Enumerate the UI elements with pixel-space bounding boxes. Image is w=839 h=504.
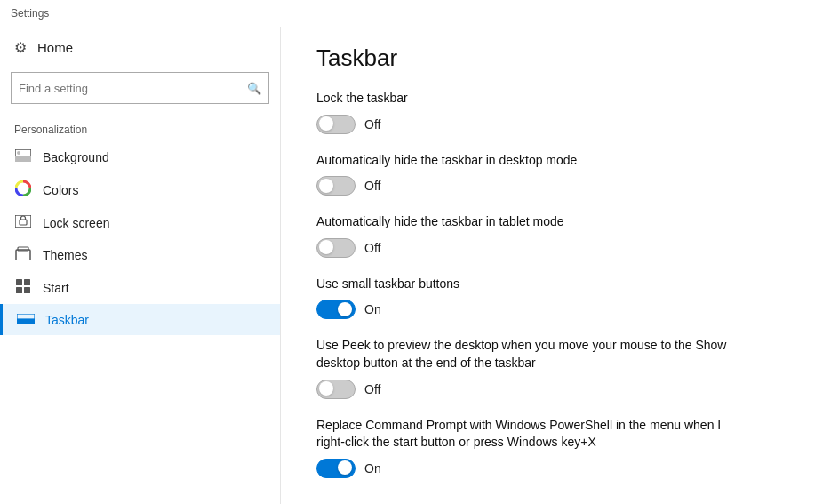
toggle-small-buttons[interactable] [316, 300, 356, 319]
background-icon [14, 149, 32, 164]
toggle-hide-tablet[interactable] [316, 238, 356, 258]
colors-icon [14, 180, 32, 199]
home-label: Home [37, 40, 73, 55]
setting-label-small-buttons: Use small taskbar buttons [316, 276, 743, 293]
svg-rect-6 [16, 250, 30, 260]
sidebar-background-label: Background [43, 150, 109, 164]
svg-rect-10 [16, 287, 22, 293]
start-icon [14, 279, 32, 296]
toggle-knob-peek-preview [319, 381, 333, 396]
toggle-status-powershell: On [364, 461, 381, 476]
svg-rect-1 [15, 156, 31, 162]
setting-small-buttons: Use small taskbar buttons On [316, 276, 803, 320]
toggle-knob-hide-tablet [319, 240, 333, 254]
sidebar-item-taskbar[interactable]: Taskbar [0, 304, 280, 335]
personalization-label: Personalization [0, 111, 280, 141]
setting-hide-tablet: Automatically hide the taskbar in tablet… [316, 213, 803, 258]
page-title: Taskbar [316, 44, 803, 72]
svg-rect-13 [17, 314, 35, 319]
toggle-hide-desktop[interactable] [316, 176, 356, 196]
sidebar: ⚙ Home 🔍 Personalization Background Colo… [0, 27, 281, 504]
sidebar-themes-label: Themes [43, 248, 88, 262]
title-bar: Settings [0, 0, 839, 27]
setting-label-lock-taskbar: Lock the taskbar [316, 90, 743, 108]
toggle-powershell[interactable] [316, 459, 356, 478]
toggle-row-small-buttons: On [316, 300, 803, 319]
toggle-lock-taskbar[interactable] [316, 115, 356, 134]
toggle-knob-small-buttons [338, 302, 352, 316]
svg-rect-4 [15, 215, 31, 228]
setting-peek-preview: Use Peek to preview the desktop when you… [316, 337, 803, 398]
sidebar-item-lock-screen[interactable]: Lock screen [0, 207, 280, 238]
search-icon: 🔍 [247, 82, 261, 95]
setting-powershell: Replace Command Prompt with Windows Powe… [316, 417, 803, 478]
svg-rect-12 [17, 319, 35, 324]
setting-label-hide-desktop: Automatically hide the taskbar in deskto… [316, 152, 743, 170]
sidebar-item-background[interactable]: Background [0, 141, 280, 172]
app-title: Settings [11, 7, 49, 20]
sidebar-item-themes[interactable]: Themes [0, 238, 280, 271]
toggle-knob-powershell [338, 460, 352, 475]
themes-icon [14, 246, 32, 263]
setting-hide-desktop: Automatically hide the taskbar in deskto… [316, 152, 803, 196]
toggle-row-lock-taskbar: Off [316, 115, 803, 134]
toggle-status-peek-preview: Off [364, 382, 380, 396]
search-input[interactable] [19, 82, 247, 95]
sidebar-item-start[interactable]: Start [0, 271, 280, 304]
home-icon: ⚙ [14, 39, 27, 56]
toggle-row-hide-tablet: Off [316, 238, 803, 258]
toggle-row-peek-preview: Off [316, 380, 803, 399]
sidebar-colors-label: Colors [43, 183, 78, 197]
toggle-row-powershell: On [316, 459, 803, 478]
setting-label-peek-preview: Use Peek to preview the desktop when you… [316, 337, 743, 372]
sidebar-start-label: Start [43, 281, 69, 295]
sidebar-item-colors[interactable]: Colors [0, 172, 280, 207]
svg-rect-9 [24, 279, 30, 285]
svg-rect-5 [20, 220, 27, 225]
toggle-knob-hide-desktop [319, 179, 333, 193]
toggle-knob-lock-taskbar [319, 116, 333, 131]
toggle-peek-preview[interactable] [316, 380, 356, 399]
sidebar-taskbar-label: Taskbar [45, 313, 89, 327]
lock-screen-icon [14, 215, 32, 230]
setting-lock-taskbar: Lock the taskbar Off [316, 90, 803, 134]
svg-rect-8 [16, 279, 22, 285]
setting-label-powershell: Replace Command Prompt with Windows Powe… [316, 417, 743, 452]
taskbar-icon [17, 312, 35, 327]
toggle-status-lock-taskbar: Off [364, 117, 380, 132]
svg-rect-11 [24, 287, 30, 293]
search-box: 🔍 [11, 72, 269, 104]
toggle-status-hide-tablet: Off [364, 241, 380, 255]
content-area: Taskbar Lock the taskbar Off Automatical… [281, 27, 839, 504]
toggle-row-hide-desktop: Off [316, 176, 803, 196]
setting-label-hide-tablet: Automatically hide the taskbar in tablet… [316, 213, 743, 231]
svg-point-2 [17, 151, 20, 155]
sidebar-item-home[interactable]: ⚙ Home [0, 30, 280, 65]
toggle-status-small-buttons: On [364, 302, 381, 316]
sidebar-lock-screen-label: Lock screen [43, 216, 109, 230]
toggle-status-hide-desktop: Off [364, 179, 380, 193]
search-box-wrapper: 🔍 [0, 65, 280, 111]
